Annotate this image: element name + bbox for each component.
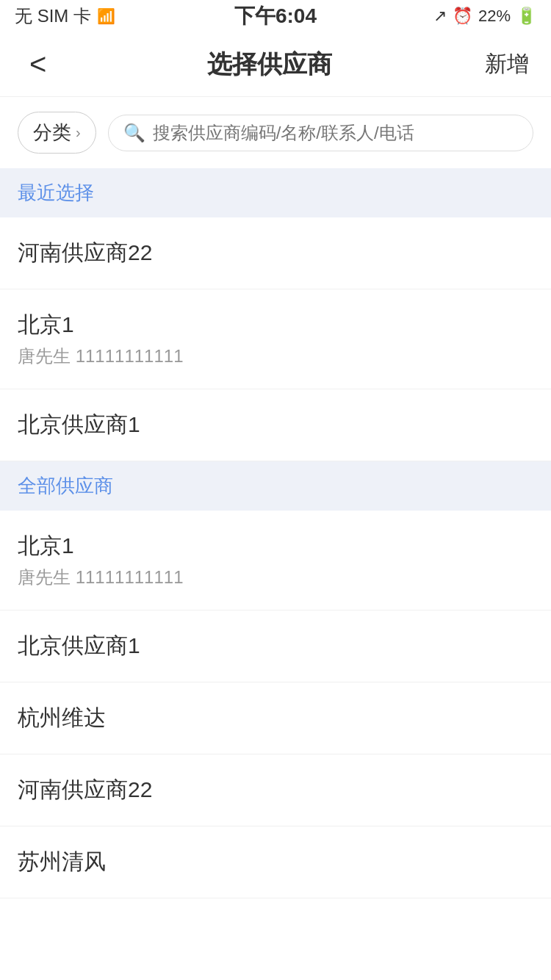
category-button[interactable]: 分类 › bbox=[18, 112, 96, 154]
list-item[interactable]: 杭州维达 bbox=[0, 682, 551, 754]
all-section-header: 全部供应商 bbox=[0, 461, 551, 511]
item-detail: 唐先生 11111111111 bbox=[18, 566, 533, 589]
status-left: 无 SIM 卡 📶 bbox=[15, 4, 115, 28]
item-name: 北京1 bbox=[18, 531, 533, 561]
wifi-icon: 📶 bbox=[97, 7, 115, 25]
list-item[interactable]: 北京供应商1 bbox=[0, 610, 551, 682]
item-name: 北京1 bbox=[18, 310, 533, 340]
back-icon: < bbox=[29, 48, 46, 80]
add-button[interactable]: 新增 bbox=[485, 49, 529, 79]
sim-label: 无 SIM 卡 bbox=[15, 4, 91, 28]
status-bar: 无 SIM 卡 📶 下午6:04 ↗ ⏰ 22% 🔋 bbox=[0, 0, 551, 32]
status-time: 下午6:04 bbox=[234, 2, 317, 30]
recent-section-header: 最近选择 bbox=[0, 168, 551, 217]
item-name: 杭州维达 bbox=[18, 703, 533, 733]
item-name: 北京供应商1 bbox=[18, 410, 533, 440]
search-input[interactable] bbox=[153, 123, 518, 143]
search-icon: 🔍 bbox=[123, 123, 145, 143]
item-name: 苏州清风 bbox=[18, 847, 533, 877]
item-detail: 唐先生 11111111111 bbox=[18, 345, 533, 368]
item-name: 北京供应商1 bbox=[18, 631, 533, 661]
chevron-right-icon: › bbox=[76, 124, 81, 141]
recent-list: 河南供应商22北京1唐先生 11111111111北京供应商1 bbox=[0, 217, 551, 461]
battery-icon: 🔋 bbox=[516, 7, 536, 26]
list-item[interactable]: 河南供应商22 bbox=[0, 217, 551, 289]
list-item[interactable]: 苏州清风 bbox=[0, 826, 551, 898]
all-section-label: 全部供应商 bbox=[18, 475, 113, 497]
back-button[interactable]: < bbox=[22, 40, 54, 88]
all-list: 北京1唐先生 11111111111北京供应商1杭州维达河南供应商22苏州清风 bbox=[0, 511, 551, 898]
list-item[interactable]: 北京1唐先生 11111111111 bbox=[0, 511, 551, 610]
alarm-icon: ⏰ bbox=[453, 7, 472, 26]
filter-bar: 分类 › 🔍 bbox=[0, 97, 551, 168]
item-name: 河南供应商22 bbox=[18, 238, 533, 268]
list-item[interactable]: 河南供应商22 bbox=[0, 754, 551, 826]
recent-section-label: 最近选择 bbox=[18, 181, 94, 203]
status-right: ↗ ⏰ 22% 🔋 bbox=[433, 7, 536, 26]
nav-bar: < 选择供应商 新增 bbox=[0, 32, 551, 97]
item-name: 河南供应商22 bbox=[18, 775, 533, 805]
battery-percent: 22% bbox=[478, 7, 511, 26]
list-item[interactable]: 北京供应商1 bbox=[0, 389, 551, 461]
search-box[interactable]: 🔍 bbox=[108, 115, 533, 151]
category-label: 分类 bbox=[33, 120, 71, 145]
page-title: 选择供应商 bbox=[207, 48, 332, 82]
location-icon: ↗ bbox=[433, 7, 447, 26]
list-item[interactable]: 北京1唐先生 11111111111 bbox=[0, 289, 551, 389]
